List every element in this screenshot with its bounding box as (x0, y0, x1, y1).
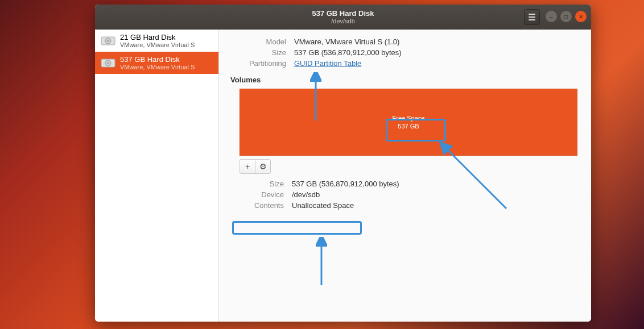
window-title: 537 GB Hard Disk (95, 10, 591, 18)
volume-details: Size 537 GB (536,870,912,000 bytes) Devi… (240, 180, 577, 210)
volume-free-space[interactable]: Free Space 537 GB (240, 89, 577, 156)
sidebar-disk-0[interactable]: 21 GB Hard Disk VMware, VMware Virtual S (95, 30, 218, 52)
volumes-heading: Volumes (230, 76, 581, 84)
hard-disk-icon (101, 35, 115, 47)
info-size-row: Size 537 GB (536,870,912,000 bytes) (229, 48, 581, 57)
info-partitioning-row: Partitioning GUID Partition Table (229, 59, 581, 68)
window-subtitle: /dev/sdb (95, 18, 591, 24)
detail-size-label: Size (240, 180, 284, 188)
disk-sub: VMware, VMware Virtual S (120, 64, 195, 70)
close-button[interactable]: ✕ (575, 11, 587, 22)
hamburger-menu-button[interactable] (524, 9, 540, 25)
main-panel: Model VMware, VMware Virtual S (1.0) Siz… (219, 30, 591, 322)
partition-settings-button[interactable]: ⚙ (255, 159, 271, 174)
info-model-row: Model VMware, VMware Virtual S (1.0) (229, 38, 581, 46)
free-space-text1: Free Space (393, 114, 425, 122)
window-controls: – □ ✕ (546, 11, 587, 22)
disk-sidebar: 21 GB Hard Disk VMware, VMware Virtual S… (95, 30, 219, 322)
detail-size-value: 537 GB (536,870,912,000 bytes) (292, 180, 399, 188)
hard-disk-icon (101, 57, 115, 69)
disk-name: 537 GB Hard Disk (120, 55, 195, 64)
model-label: Model (229, 38, 286, 46)
content-area: 21 GB Hard Disk VMware, VMware Virtual S… (95, 30, 591, 322)
detail-device-row: Device /dev/sdb (240, 190, 577, 199)
detail-contents-label: Contents (240, 201, 284, 210)
size-value: 537 GB (536,870,912,000 bytes) (294, 48, 402, 57)
annotation-arrow-bottom (316, 237, 327, 288)
plus-icon: + (245, 162, 250, 171)
title-group: 537 GB Hard Disk /dev/sdb (95, 10, 591, 24)
size-label: Size (229, 48, 286, 57)
detail-device-label: Device (240, 190, 284, 199)
detail-size-row: Size 537 GB (536,870,912,000 bytes) (240, 180, 577, 188)
maximize-button[interactable]: □ (560, 11, 572, 22)
gear-icon: ⚙ (259, 162, 267, 171)
sidebar-disk-1[interactable]: 537 GB Hard Disk VMware, VMware Virtual … (95, 52, 218, 74)
disk-sub: VMware, VMware Virtual S (120, 41, 195, 48)
volumes-box: Free Space 537 GB + ⚙ Size 537 GB (53 (240, 89, 577, 210)
detail-device-value: /dev/sdb (292, 190, 320, 199)
disk-name: 21 GB Hard Disk (120, 33, 195, 41)
model-value: VMware, VMware Virtual S (1.0) (294, 38, 399, 46)
annotation-box-contents (232, 221, 362, 235)
svg-point-2 (108, 40, 109, 41)
app-window: 537 GB Hard Disk /dev/sdb – □ ✕ (95, 5, 591, 322)
free-space-label: Free Space 537 GB (393, 114, 425, 131)
partitioning-label: Partitioning (229, 59, 286, 68)
free-space-text2: 537 GB (393, 122, 425, 130)
titlebar: 537 GB Hard Disk /dev/sdb – □ ✕ (95, 5, 591, 30)
detail-contents-row: Contents Unallocated Space (240, 201, 577, 210)
add-partition-button[interactable]: + (240, 159, 255, 174)
detail-contents-value: Unallocated Space (292, 201, 354, 210)
partitioning-link[interactable]: GUID Partition Table (294, 59, 361, 68)
volume-toolbar: + ⚙ (240, 159, 577, 174)
minimize-button[interactable]: – (546, 11, 557, 22)
svg-point-5 (108, 62, 109, 63)
